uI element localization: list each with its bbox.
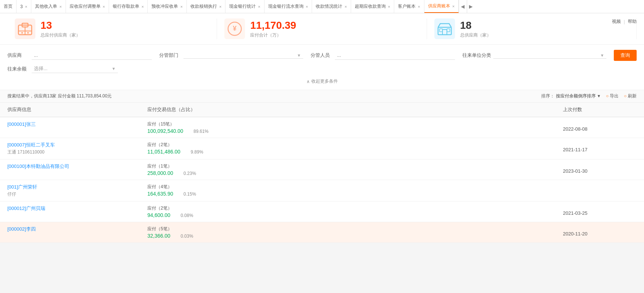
table-row: [000002]李四 应付（5笔） 32,366.00 0.03% 2020-1… — [0, 222, 644, 243]
transaction-label-6: 应付（5笔） — [147, 226, 563, 232]
nav-tab-other-income[interactable]: 其他收入单 × — [31, 0, 66, 13]
last-pay-date-5: 2021-03-25 — [563, 210, 637, 216]
person-input[interactable] — [335, 51, 455, 60]
supplier-link-2[interactable]: [000007]恒旺二手叉车 — [7, 142, 55, 148]
nav-tab-cash-bank-flow-label: 现金银行流水查询 — [268, 3, 304, 10]
transaction-amount-4[interactable]: 164,635.90 — [147, 191, 173, 197]
nav-tab-receipt-stat[interactable]: 收款情况统计 × — [312, 0, 351, 13]
transaction-info-cell: 应付（5笔） 32,366.00 0.03% — [147, 226, 563, 239]
money-icon: ¥ — [224, 18, 245, 39]
summary-payable-suppliers: 13 总应付供应商（家） — [7, 18, 217, 39]
lastpay-cell: 2021-11-17 — [563, 142, 637, 152]
result-text: 搜索结果中，供应商13家 应付金额 111,703,854.00元 — [7, 93, 112, 99]
nav-tab-3-label: 3 — [20, 4, 23, 9]
lastpay-cell: 2020-11-20 — [563, 226, 637, 237]
last-pay-date-2: 2021-11-17 — [563, 147, 637, 152]
transaction-info-cell: 应付（4笔） 164,635.90 0.15% — [147, 184, 563, 197]
sort-label: 排序： 按应付余额倒序排序 ▼ — [541, 93, 601, 99]
lastpay-cell: 2021-03-25 — [563, 205, 637, 216]
transaction-amount-5[interactable]: 94,600.00 — [147, 212, 170, 218]
nav-tab-ar-ap-adjust[interactable]: 应收应付调整单 × — [66, 0, 109, 13]
action-divider: | — [624, 19, 625, 24]
transaction-row-4: 164,635.90 0.15% — [147, 191, 563, 197]
nav-tab-3[interactable]: 3 × — [17, 0, 31, 13]
supplier-link-4[interactable]: [001]广州荣轩 — [7, 184, 37, 190]
supplier-icon — [15, 18, 35, 39]
transaction-amount-3[interactable]: 258,000.00 — [147, 170, 173, 176]
dept-select[interactable]: ▼ — [183, 52, 304, 59]
lastpay-cell: 2022-08-08 — [563, 121, 637, 132]
query-button[interactable]: 查询 — [614, 50, 637, 61]
supplier-info-cell: [000001]张三 — [7, 121, 147, 128]
nav-tab-prepay-ar[interactable]: 预收冲应收单 × — [148, 0, 186, 13]
transaction-percent-5: 0.08% — [181, 213, 193, 218]
transaction-label-4: 应付（4笔） — [147, 184, 563, 190]
balance-select[interactable]: 选择... ▼ — [32, 65, 118, 73]
nav-tab-cash-bank-stat[interactable]: 现金银行统计 × — [225, 0, 264, 13]
nav-tab-customer-book[interactable]: 客户账本 × — [394, 0, 424, 13]
header-transaction-info: 应付交易信息（占比） — [147, 106, 563, 113]
help-link[interactable]: 帮助 — [628, 18, 637, 25]
total-suppliers-number: 18 — [460, 19, 491, 32]
nav-tab-overdue-ar-close[interactable]: × — [388, 4, 390, 9]
nav-tab-ar-ap-adjust-label: 应收应付调整单 — [70, 3, 101, 10]
nav-tab-3-close[interactable]: × — [25, 4, 27, 9]
result-bar-actions: 排序： 按应付余额倒序排序 ▼ ○ 导出 ○ 刷新 — [541, 93, 637, 99]
nav-tab-home-label: 首页 — [4, 3, 13, 10]
supplier-link-5[interactable]: [000012]广州贝瑞 — [7, 206, 45, 211]
transaction-amount-6[interactable]: 32,366.00 — [147, 233, 170, 239]
summary-payable-amount-content: 11,170.39 应付合计（万） — [250, 19, 296, 39]
export-icon: ○ — [606, 93, 609, 99]
transaction-amount-1[interactable]: 100,092,540.00 — [147, 128, 183, 134]
transaction-percent-1: 89.61% — [193, 129, 209, 134]
nav-tab-bank-deposit-close[interactable]: × — [141, 4, 144, 9]
nav-tab-other-income-close[interactable]: × — [59, 4, 62, 9]
transaction-percent-4: 0.15% — [183, 192, 196, 197]
nav-tab-overdue-ar[interactable]: 超期应收款查询 × — [351, 0, 394, 13]
nav-tab-customer-book-close[interactable]: × — [418, 4, 420, 9]
category-select[interactable]: ▼ — [493, 52, 607, 59]
transaction-row-1: 100,092,540.00 89.61% — [147, 128, 563, 134]
nav-prev-arrow[interactable]: ◀ — [459, 0, 467, 13]
nav-tab-overdue-ar-label: 超期应收款查询 — [355, 3, 386, 10]
sort-value[interactable]: 按应付余额倒序排序 — [556, 93, 596, 99]
svg-point-6 — [27, 32, 29, 34]
export-button[interactable]: ○ 导出 — [606, 93, 619, 99]
nav-tab-receipt-verify[interactable]: 收款核销执行 × — [187, 0, 225, 13]
summary-total-suppliers: 18 总供应商（家） — [427, 18, 637, 39]
nav-tab-supplier-book-close[interactable]: × — [452, 4, 455, 8]
supplier-link-1[interactable]: [000001]张三 — [7, 121, 36, 127]
last-pay-date-6: 2020-11-20 — [563, 231, 637, 237]
nav-tab-bank-deposit[interactable]: 银行存取款单 × — [109, 0, 148, 13]
refresh-button[interactable]: ○ 刷新 — [624, 93, 637, 99]
supplier-link-3[interactable]: [000100]本特勤油品有限公司 — [7, 163, 69, 169]
export-label: 导出 — [610, 93, 619, 99]
sort-dropdown-icon[interactable]: ▼ — [597, 94, 601, 98]
supplier-link-6[interactable]: [000002]李四 — [7, 226, 36, 232]
transaction-row-3: 258,000.00 0.23% — [147, 170, 563, 176]
nav-tab-receipt-verify-close[interactable]: × — [219, 4, 221, 9]
nav-tab-cash-bank-flow[interactable]: 现金银行流水查询 × — [265, 0, 312, 13]
last-pay-date-3: 2023-01-30 — [563, 168, 637, 174]
nav-tab-ar-ap-adjust-close[interactable]: × — [103, 4, 105, 9]
transaction-label-1: 应付（15笔） — [147, 121, 563, 127]
nav-tab-home[interactable]: 首页 — [0, 0, 17, 13]
supplier-info-cell: [000100]本特勤油品有限公司 — [7, 163, 147, 170]
transaction-percent-2: 9.89% — [191, 149, 203, 155]
supplier-input[interactable] — [32, 51, 152, 60]
nav-tab-cash-bank-flow-close[interactable]: × — [306, 4, 308, 9]
nav-tab-cash-bank-stat-close[interactable]: × — [258, 4, 260, 9]
video-link[interactable]: 视频 — [612, 18, 621, 25]
transaction-amount-2[interactable]: 11,051,486.00 — [147, 149, 181, 155]
nav-tab-prepay-ar-close[interactable]: × — [180, 4, 182, 9]
refresh-icon: ○ — [624, 93, 626, 99]
nav-next-arrow[interactable]: ▶ — [467, 0, 475, 13]
collapse-button[interactable]: ∧ 收起更多条件 — [7, 77, 637, 86]
nav-tab-cash-bank-stat-label: 现金银行统计 — [229, 3, 256, 10]
lastpay-cell: 2023-01-30 — [563, 163, 637, 174]
transaction-percent-3: 0.23% — [183, 171, 196, 176]
nav-tab-supplier-book[interactable]: 供应商账本 × — [424, 0, 459, 13]
filter-person: 分管人员 — [311, 51, 455, 60]
filter-category: 往来单位分类 ▼ — [462, 52, 607, 59]
nav-tab-receipt-stat-close[interactable]: × — [344, 4, 347, 9]
